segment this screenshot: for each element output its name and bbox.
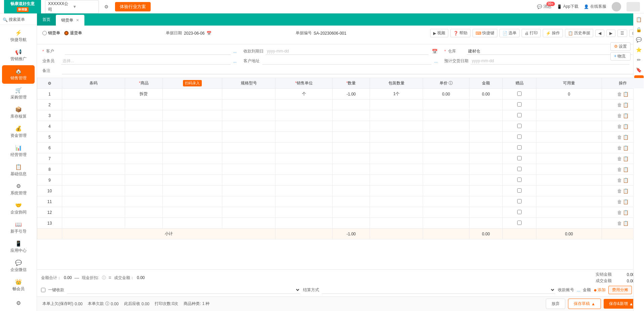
row-quantity[interactable] [333,207,370,218]
row-unit-price[interactable] [423,196,469,207]
row-quantity[interactable] [333,164,370,175]
row-copy-btn[interactable]: 📋 [623,210,629,215]
row-spec2[interactable] [222,196,275,207]
row-gift[interactable] [503,153,536,164]
row-product[interactable] [125,153,162,164]
expected-date-input[interactable] [470,57,630,65]
row-amount[interactable] [469,218,503,229]
row-product[interactable] [125,164,162,175]
sidebar-item-inventory[interactable]: 📦 库存核算 [2,104,35,122]
sidebar-item-operations[interactable]: 📊 经营管理 [2,142,35,160]
row-unit[interactable] [275,164,333,175]
payment-calendar-icon[interactable]: 📅 [432,49,438,54]
right-sidebar-edit[interactable]: ✏ [634,55,644,65]
row-unit-price[interactable] [423,121,469,132]
row-copy-btn[interactable]: 📋 [623,102,629,108]
row-pkg-qty[interactable] [370,100,423,110]
row-gift[interactable] [503,164,536,175]
row-gift[interactable] [503,143,536,153]
avatar-name[interactable] [627,2,640,11]
row-spec[interactable] [162,132,222,143]
row-unit-price[interactable] [423,175,469,186]
sidebar-item-sales[interactable]: 🏠 销售管理 [2,65,35,84]
row-copy-btn[interactable]: 📋 [623,156,629,161]
sidebar-item-enterprise[interactable]: 🤝 企业协同 [2,199,35,218]
one-click-pay-checkbox[interactable] [41,288,45,292]
sidebar-item-system[interactable]: ⚙ 系统管理 [2,180,35,199]
row-gift[interactable] [503,132,536,143]
sidebar-search[interactable]: 🔍 搜索菜单 [0,15,37,25]
row-product[interactable] [125,132,162,143]
row-quantity[interactable] [333,132,370,143]
row-amount[interactable]: 0.00 [469,89,503,100]
row-delete-btn[interactable]: 🗑 [617,102,622,108]
barcode-input[interactable] [83,199,104,204]
row-unit-price[interactable] [423,218,469,229]
row-spec[interactable] [162,100,222,110]
row-unit[interactable] [275,100,333,110]
row-copy-btn[interactable]: 📋 [623,188,629,194]
row-unit-price[interactable] [423,153,469,164]
save-draft-btn[interactable]: 保存草稿 ▲ [568,299,601,309]
row-barcode[interactable] [62,89,125,100]
sales-order-radio[interactable]: 销货单 [42,30,60,36]
row-spec2[interactable] [222,100,275,110]
add-payment-btn[interactable]: ● 添加 [594,287,606,293]
row-delete-btn[interactable]: 🗑 [617,156,622,161]
bank-select[interactable] [322,286,555,294]
sidebar-item-finance[interactable]: 💰 资金管理 [2,123,35,141]
row-unit[interactable] [275,132,333,143]
row-spec2[interactable] [222,218,275,229]
right-sidebar-lock[interactable]: 🔒 [634,25,644,34]
barcode-input[interactable] [83,210,104,215]
row-delete-btn[interactable]: 🗑 [617,113,622,118]
video-btn[interactable]: ▶ 视频 [430,29,448,37]
customer-address-ellipsis[interactable]: ... [434,59,438,64]
settings-button[interactable]: ⚙ [102,2,111,11]
sidebar-item-membership[interactable]: 👑 畅会员 [2,276,35,295]
shortcut-btn[interactable]: ⌨ 快捷键 [472,29,497,37]
row-copy-btn[interactable]: 📋 [623,199,629,204]
message-button[interactable]: 💬 消息 99+ [537,4,552,9]
avatar[interactable] [612,2,621,11]
row-barcode[interactable] [62,121,125,132]
tab-close-icon[interactable]: ✕ [76,18,79,23]
row-product[interactable] [125,100,162,110]
row-amount[interactable] [469,164,503,175]
row-spec2[interactable] [222,175,275,186]
barcode-input[interactable] [83,135,104,140]
row-barcode[interactable] [62,186,125,196]
row-gift[interactable] [503,186,536,196]
row-product[interactable] [125,207,162,218]
row-unit-price[interactable] [423,110,469,121]
row-spec[interactable] [162,196,222,207]
right-sidebar-star[interactable]: ⭐ [634,45,644,54]
row-copy-btn[interactable]: 📋 [623,221,629,226]
row-amount[interactable] [469,153,503,164]
row-spec[interactable] [162,121,222,132]
sidebar-item-purchase[interactable]: 🛒 采购管理 [2,84,35,103]
sidebar-item-marketing[interactable]: 📢 营销推广 [2,46,35,65]
layout-list-btn[interactable]: ☰ [617,30,627,37]
row-gift[interactable] [503,175,536,186]
row-unit[interactable] [275,186,333,196]
row-spec2[interactable] [222,132,275,143]
sidebar-item-app-center[interactable]: 📱 应用中心 [2,238,35,256]
row-barcode[interactable] [62,175,125,186]
row-delete-btn[interactable]: 🗑 [617,145,622,151]
nav-prev-btn[interactable]: ◀ [595,30,604,37]
discard-btn[interactable]: 放弃 [546,299,565,309]
row-amount[interactable] [469,186,503,196]
barcode-input[interactable] [83,146,104,150]
form-logistics-btn[interactable]: + 物流 [610,52,631,61]
row-spec[interactable] [162,110,222,121]
row-barcode[interactable] [62,143,125,153]
row-unit[interactable] [275,218,333,229]
row-gift[interactable] [503,121,536,132]
row-copy-btn[interactable]: 📋 [623,145,629,151]
row-amount[interactable] [469,143,503,153]
row-product[interactable] [125,218,162,229]
row-unit-price[interactable] [423,100,469,110]
col-scan[interactable]: 扫码录入 [162,78,222,89]
row-unit-price[interactable] [423,186,469,196]
